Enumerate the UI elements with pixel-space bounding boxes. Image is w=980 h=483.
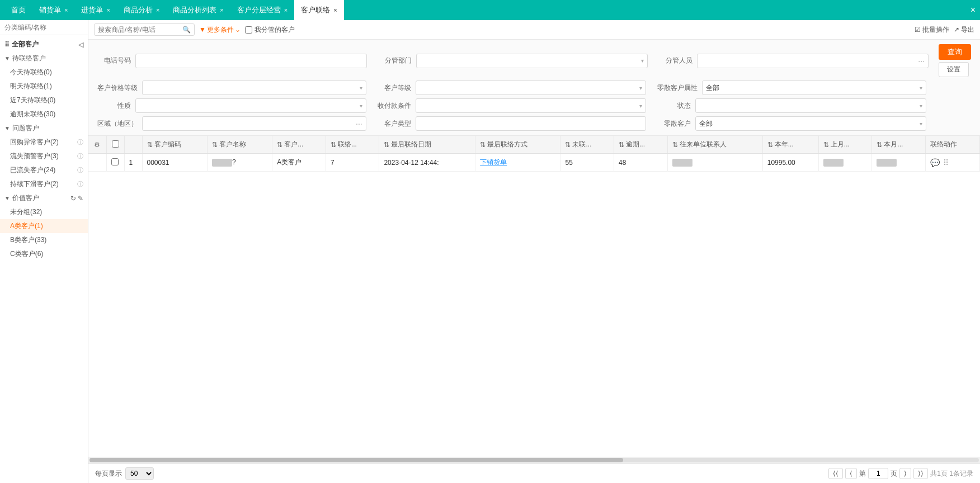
- customer-level-label: 客户等级: [378, 83, 411, 93]
- declining-label: 持续下滑客户(2): [10, 179, 59, 189]
- export-btn[interactable]: ↗ 导出: [954, 25, 974, 35]
- th-contact-sort-icon: ⇅: [331, 141, 336, 149]
- adv-filter-panel: 电话号码 分管部门 ▾ 分管人员 ···: [88, 40, 980, 136]
- sidebar-group-pending[interactable]: ▼ 待联络客户: [0, 51, 88, 65]
- scrollbar-thumb[interactable]: [89, 458, 623, 462]
- filter-more-btn[interactable]: ▼ 更多条件 ⌄: [199, 25, 241, 35]
- close-all-icon[interactable]: ×: [970, 5, 976, 15]
- tab-6[interactable]: 客户联络 ×: [294, 0, 343, 20]
- sidebar-item-abnormal[interactable]: 回购异常客户(2) ⓘ: [0, 135, 88, 149]
- churn-warning-label: 流失预警客户(3): [10, 151, 59, 161]
- th-unc-sort-icon: ⇅: [565, 141, 571, 149]
- tab-0[interactable]: 首页: [4, 0, 32, 20]
- sidebar-item-today[interactable]: 今天待联络(0): [0, 65, 88, 79]
- tab-close-icon-2[interactable]: ×: [106, 7, 110, 13]
- content-area: 🔍 ▼ 更多条件 ⌄ 我分管的客户 ☑ 批量操作 ↗ 导出: [88, 20, 980, 483]
- info-icon-churned: ⓘ: [77, 166, 83, 174]
- payment-label: 收付款条件: [378, 101, 411, 111]
- tab-1[interactable]: 销货单 ×: [32, 0, 74, 20]
- page-number-input[interactable]: [868, 468, 888, 479]
- td-code: 000031: [142, 154, 207, 172]
- row-checkbox[interactable]: [111, 158, 119, 165]
- sidebar-search-input[interactable]: [4, 23, 88, 31]
- filter-field-region: 区域（地区） ···: [97, 116, 366, 131]
- sidebar-item-churned[interactable]: 已流失客户(24) ⓘ: [0, 163, 88, 177]
- my-customers-checkbox[interactable]: 我分管的客户: [245, 25, 295, 35]
- customer-type-input[interactable]: [416, 116, 647, 131]
- filter-field-nature: 性质 ▾: [97, 98, 366, 113]
- sidebar-item-classC[interactable]: C类客户(6): [0, 247, 88, 261]
- tab-close-icon-1[interactable]: ×: [64, 7, 68, 13]
- settings-button[interactable]: 设置: [939, 62, 969, 77]
- price-level-select[interactable]: ▾: [142, 80, 366, 95]
- last-contact-way-link[interactable]: 下销货单: [480, 158, 507, 166]
- status-select[interactable]: ▾: [695, 98, 926, 113]
- filter-field-customer-type: 客户类型: [378, 116, 647, 131]
- main-layout: 🔍 ⠿ 全部客户 ◁ ▼ 待联络客户 今天待联络(0) 明天待联络(1) 近7天…: [0, 20, 980, 483]
- th-last-month: ⇅上月...: [818, 136, 872, 154]
- sidebar-group-value[interactable]: ▼ 价值客户 ↻ ✎: [0, 191, 88, 205]
- page-prev-btn[interactable]: ⟨: [845, 468, 857, 479]
- chat-icon[interactable]: 💬: [930, 158, 940, 167]
- page-next-btn[interactable]: ⟩: [899, 468, 911, 479]
- page-first-btn[interactable]: ⟨⟨: [828, 468, 843, 479]
- tab-close-icon-4[interactable]: ×: [220, 7, 223, 13]
- sidebar-group-problem[interactable]: ▼ 问题客户: [0, 121, 88, 135]
- tab-3[interactable]: 商品分析 ×: [117, 0, 166, 20]
- sidebar-item-classB[interactable]: B类客户(33): [0, 233, 88, 247]
- payment-select[interactable]: ▾: [416, 98, 647, 113]
- query-btn-group: 查询 设置: [933, 44, 971, 77]
- td-this-year: 10995.00: [762, 154, 818, 172]
- retail-attr-select[interactable]: 全部▾: [702, 80, 926, 95]
- filter-field-retail-attr: 零散客户属性 全部▾: [657, 80, 926, 95]
- nature-select[interactable]: ▾: [135, 98, 366, 113]
- sidebar-item-7days[interactable]: 近7天待联络(0): [0, 93, 88, 107]
- tab-close-icon-6[interactable]: ×: [333, 7, 337, 13]
- sidebar-item-churn-warning[interactable]: 流失预警客户(3) ⓘ: [0, 149, 88, 163]
- tab-close-icon-3[interactable]: ×: [156, 7, 159, 13]
- sidebar-item-tomorrow[interactable]: 明天待联络(1): [0, 79, 88, 93]
- dept-select[interactable]: ▾: [416, 54, 648, 68]
- churned-label: 已流失客户(24): [10, 165, 55, 175]
- th-name-sort-icon: ⇅: [212, 141, 218, 149]
- tab-2[interactable]: 进货单 ×: [74, 0, 116, 20]
- per-page-select[interactable]: 50 100: [125, 467, 154, 480]
- tab-5[interactable]: 客户分层经营 ×: [230, 0, 294, 20]
- td-last-contact-way[interactable]: 下销货单: [475, 154, 560, 172]
- td-check[interactable]: [106, 154, 124, 172]
- select-all-checkbox[interactable]: [112, 140, 119, 148]
- region-input[interactable]: ···: [142, 116, 366, 131]
- sidebar-item-classA[interactable]: A类客户(1): [0, 219, 88, 233]
- tab-close-icon-5[interactable]: ×: [284, 7, 288, 13]
- filter-search-icon[interactable]: 🔍: [182, 26, 191, 34]
- filter-search-input[interactable]: [98, 26, 182, 34]
- th-settings[interactable]: ⚙: [88, 136, 106, 154]
- query-button[interactable]: 查询: [939, 44, 971, 60]
- manager-input[interactable]: ···: [697, 54, 929, 68]
- row-actions: 💬 ⠿: [930, 158, 975, 167]
- my-customers-check[interactable]: [245, 26, 252, 34]
- sidebar-item-declining[interactable]: 持续下滑客户(2) ⓘ: [0, 177, 88, 191]
- retail-select[interactable]: 全部▾: [695, 116, 926, 131]
- classA-label: A类客户(1): [10, 221, 43, 231]
- sidebar-search-bar[interactable]: 🔍: [0, 20, 88, 35]
- sidebar-item-ungraded[interactable]: 未分组(32): [0, 205, 88, 219]
- th-lcd-sort-icon: ⇅: [384, 141, 389, 149]
- manager-label: 分管人员: [659, 56, 692, 65]
- horizontal-scrollbar[interactable]: [88, 457, 980, 463]
- collapse-icon[interactable]: ◁: [78, 41, 83, 49]
- sidebar-item-overdue[interactable]: 逾期未联络(30): [0, 107, 88, 121]
- phone-input[interactable]: [135, 54, 367, 68]
- filter-search-bar[interactable]: 🔍: [94, 23, 195, 36]
- tomorrow-label: 明天待联络(1): [10, 82, 52, 91]
- th-checkbox[interactable]: [106, 136, 124, 154]
- batch-op-btn[interactable]: ☑ 批量操作: [915, 25, 949, 35]
- filter-bar: 🔍 ▼ 更多条件 ⌄ 我分管的客户 ☑ 批量操作 ↗ 导出: [88, 20, 980, 40]
- page-last-btn[interactable]: ⟩⟩: [913, 468, 928, 479]
- customer-level-select[interactable]: ▾: [416, 80, 647, 95]
- abnormal-label: 回购异常客户(2): [10, 138, 59, 147]
- qr-icon[interactable]: ⠿: [943, 158, 949, 167]
- filter-right-actions: ☑ 批量操作 ↗ 导出: [915, 25, 974, 35]
- tab-4[interactable]: 商品分析列表 ×: [166, 0, 230, 20]
- th-last-contact-way: ⇅最后联络方式: [475, 136, 560, 154]
